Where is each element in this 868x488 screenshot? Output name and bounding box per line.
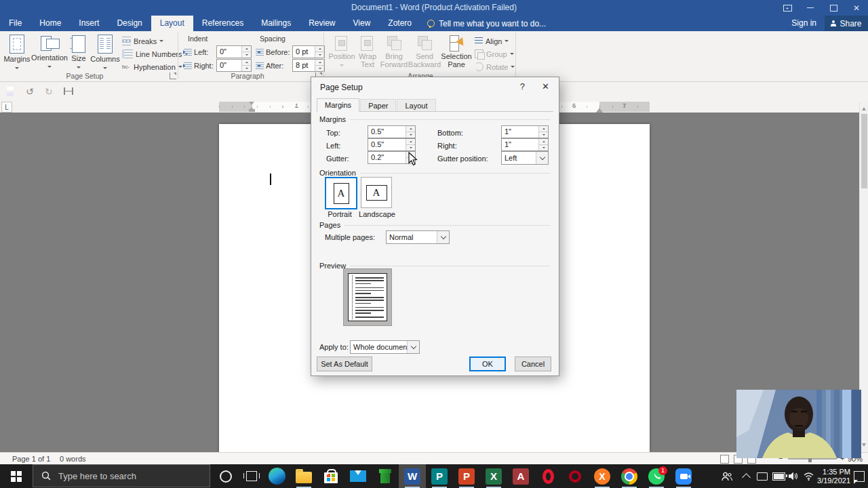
indent-right-field[interactable]: 0"	[216, 59, 252, 72]
columns-button[interactable]: Columns	[90, 33, 121, 75]
zoom-taskbar-button[interactable]	[670, 464, 697, 488]
right-margin-field[interactable]: 1"	[501, 138, 549, 151]
minimize-icon[interactable]	[799, 0, 822, 16]
line-numbers-button[interactable]: Line Numbers	[122, 47, 189, 60]
ok-button[interactable]: OK	[469, 357, 506, 371]
maximize-icon[interactable]	[822, 0, 845, 16]
tab-file[interactable]: File	[0, 16, 31, 31]
access-taskbar-button[interactable]	[507, 464, 534, 488]
tell-me-box[interactable]: Tell me what you want to do...	[427, 16, 546, 31]
send-backward-button[interactable]: Send Backward	[408, 33, 441, 75]
left-margin-field[interactable]: 0.5"	[368, 138, 416, 151]
dialog-close-icon[interactable]: ✕	[542, 81, 549, 92]
orientation-section-label: Orientation	[319, 169, 356, 177]
redo-icon[interactable]: ↻	[45, 86, 56, 97]
top-margin-field[interactable]: 0.5"	[368, 125, 416, 138]
group-button[interactable]: Group	[475, 47, 514, 60]
whatsapp-taskbar-button[interactable]: 1	[643, 464, 670, 488]
position-icon	[332, 35, 351, 51]
display-tray-icon[interactable]	[754, 464, 770, 488]
bring-forward-button[interactable]: Bring Forward	[380, 33, 408, 75]
opera-taskbar-button[interactable]	[534, 464, 561, 488]
wrap-text-button[interactable]: Wrap Text	[355, 33, 380, 75]
powerpoint-taskbar-button[interactable]	[453, 464, 480, 488]
gutter-position-label: Gutter position:	[437, 155, 488, 163]
scrollbar-thumb[interactable]	[861, 114, 867, 188]
mail-taskbar-button[interactable]	[344, 464, 372, 488]
tab-insert[interactable]: Insert	[70, 16, 108, 31]
word-taskbar-button[interactable]	[399, 464, 426, 488]
people-tray-icon[interactable]	[717, 464, 736, 488]
dialog-help-icon[interactable]: ?	[520, 81, 525, 92]
task-view-button[interactable]	[239, 464, 264, 488]
file-explorer-taskbar-button[interactable]	[290, 464, 317, 488]
set-as-default-button[interactable]: Set As Default	[317, 357, 372, 371]
position-button[interactable]: Position	[330, 33, 354, 75]
size-button[interactable]: Size	[68, 33, 90, 75]
align-button[interactable]: Align	[475, 35, 509, 47]
window-title: Document1 - Word (Product Activation Fai…	[0, 3, 868, 12]
tab-design[interactable]: Design	[108, 16, 151, 31]
margins-button[interactable]: Margins	[3, 33, 31, 75]
xampp-taskbar-button[interactable]	[589, 464, 616, 488]
read-mode-icon[interactable]	[720, 455, 729, 464]
pipe-app-taskbar-button[interactable]	[372, 464, 399, 488]
tab-review[interactable]: Review	[300, 16, 344, 31]
wifi-tray-icon[interactable]	[800, 464, 816, 488]
chrome-taskbar-button[interactable]	[616, 464, 643, 488]
excel-taskbar-button[interactable]	[480, 464, 507, 488]
show-hidden-icons-button[interactable]	[738, 464, 754, 488]
selection-pane-button[interactable]: Selection Pane	[441, 33, 472, 75]
page-setup-dialog-launcher-icon[interactable]	[170, 73, 176, 79]
scroll-down-icon[interactable]	[862, 443, 866, 449]
close-icon[interactable]: ✕	[845, 0, 868, 16]
apply-to-dropdown[interactable]: Whole document	[350, 340, 420, 354]
speaker-tray-icon[interactable]	[785, 464, 802, 488]
word-count[interactable]: 0 words	[60, 455, 86, 463]
portrait-option[interactable]: A	[325, 177, 357, 209]
scroll-up-icon[interactable]	[862, 105, 866, 110]
publisher-taskbar-button[interactable]	[426, 464, 453, 488]
tab-mailings[interactable]: Mailings	[252, 16, 300, 31]
orientation-button[interactable]: Orientation	[33, 33, 66, 75]
cancel-button[interactable]: Cancel	[515, 357, 551, 371]
gutter-position-dropdown[interactable]: Left	[501, 151, 549, 165]
multiple-pages-dropdown[interactable]: Normal	[386, 230, 450, 244]
dialog-tab-layout[interactable]: Layout	[397, 99, 435, 112]
start-button[interactable]	[0, 464, 33, 488]
xampp-icon	[594, 468, 610, 485]
sign-in-link[interactable]: Sign in	[791, 18, 816, 28]
bottom-margin-field[interactable]: 1"	[501, 125, 549, 138]
task-view-icon	[246, 471, 257, 481]
taskbar-clock[interactable]: 1:35 PM 3/19/2021	[815, 468, 850, 485]
dialog-tab-margins[interactable]: Margins	[317, 98, 359, 112]
taskbar-search[interactable]	[33, 464, 210, 487]
spacing-after-field[interactable]: 8 pt	[292, 59, 325, 72]
share-button[interactable]: Share	[825, 16, 868, 31]
battery-tray-icon[interactable]	[770, 464, 787, 488]
edge-taskbar-button[interactable]	[263, 464, 290, 488]
tab-stop-selector[interactable]: L	[1, 102, 12, 113]
excel-icon	[486, 468, 502, 485]
breaks-button[interactable]: Breaks	[122, 35, 163, 47]
left-indent-marker[interactable]	[249, 102, 255, 112]
tab-layout[interactable]: Layout	[151, 16, 193, 31]
search-input[interactable]	[57, 470, 189, 482]
dialog-tab-paper[interactable]: Paper	[360, 99, 396, 112]
tab-view[interactable]: View	[344, 16, 380, 31]
page-indicator[interactable]: Page 1 of 1	[12, 455, 50, 463]
cortana-button[interactable]	[213, 464, 239, 488]
store-taskbar-button[interactable]	[317, 464, 344, 488]
zoom-slider-track[interactable]	[788, 458, 837, 460]
right-indent-marker[interactable]	[596, 104, 603, 113]
indent-left-field[interactable]: 0"	[216, 45, 252, 58]
tab-home[interactable]: Home	[31, 16, 70, 31]
tab-references[interactable]: References	[193, 16, 252, 31]
action-center-button[interactable]	[850, 464, 868, 488]
undo-icon[interactable]: ↺	[26, 86, 37, 97]
tab-zotero[interactable]: Zotero	[379, 16, 420, 31]
landscape-option[interactable]: A	[361, 177, 392, 208]
opera-gx-taskbar-button[interactable]	[561, 464, 589, 488]
ribbon-display-options-icon[interactable]	[776, 0, 799, 16]
spacing-before-field[interactable]: 0 pt	[292, 45, 325, 58]
